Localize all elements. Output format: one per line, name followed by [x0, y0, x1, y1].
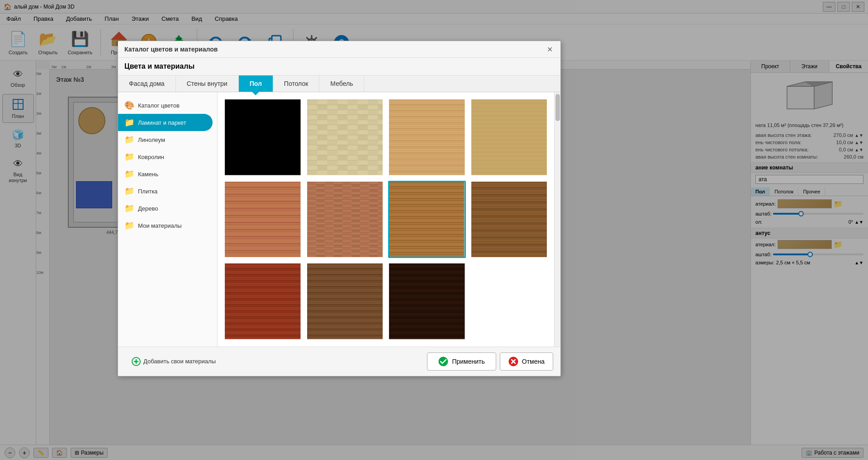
- material-thumb-5[interactable]: [306, 181, 384, 258]
- cat-tile-label: Плитка: [138, 188, 157, 195]
- material-svg-0: [225, 99, 301, 175]
- modal-overlay: Каталог цветов и материалов ✕ Цвета и ма…: [0, 0, 868, 460]
- svg-rect-36: [389, 99, 465, 175]
- cat-carpet[interactable]: 📁 Ковролин: [118, 148, 217, 165]
- cat-stone[interactable]: 📁 Камень: [118, 165, 217, 183]
- material-thumb-2[interactable]: [388, 99, 466, 176]
- material-svg-3: [471, 99, 547, 175]
- material-thumb-0[interactable]: [224, 99, 302, 176]
- modal-action-buttons: Применить Отмена: [427, 352, 553, 371]
- modal-footer: Добавить свои материалы Применить: [118, 347, 560, 376]
- cat-linoleum[interactable]: 📁 Линолеум: [118, 131, 217, 148]
- tile-icon: 📁: [124, 186, 134, 196]
- scroll-thumb[interactable]: [555, 94, 560, 121]
- svg-rect-25: [225, 99, 301, 175]
- cat-color-catalog-label: Каталог цветов: [138, 102, 180, 109]
- material-thumb-7[interactable]: [470, 181, 548, 258]
- modal-scrollbar[interactable]: [554, 92, 560, 347]
- modal-heading: Цвета и материалы: [124, 58, 194, 75]
- material-thumb-3[interactable]: [470, 99, 548, 176]
- material-svg-8: [225, 263, 301, 339]
- material-svg-5: [307, 182, 383, 258]
- tab-walls[interactable]: Стены внутри: [176, 75, 239, 92]
- add-material-label: Добавить свои материалы: [143, 358, 216, 365]
- cat-laminate[interactable]: 📁 Ламинат и паркет: [118, 114, 213, 131]
- material-thumb-10[interactable]: [388, 263, 466, 340]
- tab-furniture[interactable]: Мебель: [319, 75, 364, 92]
- cat-laminate-label: Ламинат и паркет: [138, 119, 186, 126]
- cat-carpet-label: Ковролин: [138, 154, 164, 160]
- material-svg-10: [389, 263, 465, 339]
- material-svg-6: [389, 182, 465, 257]
- color-catalog-icon: 🎨: [124, 100, 134, 110]
- modal-body: 🎨 Каталог цветов 📁 Ламинат и паркет 📁 Ли…: [118, 92, 560, 347]
- material-thumb-1[interactable]: [306, 99, 384, 176]
- apply-button[interactable]: Применить: [427, 352, 496, 371]
- laminate-icon: 📁: [124, 117, 134, 127]
- wood-icon: 📁: [124, 203, 134, 213]
- carpet-icon: 📁: [124, 152, 134, 162]
- tab-ceiling[interactable]: Потолок: [273, 75, 320, 92]
- cat-tile[interactable]: 📁 Плитка: [118, 183, 217, 200]
- modal-title: Каталог цветов и материалов: [124, 46, 218, 53]
- modal-heading-row: Цвета и материалы: [118, 58, 560, 75]
- cat-wood[interactable]: 📁 Дерево: [118, 200, 217, 217]
- svg-rect-40: [471, 99, 547, 175]
- material-svg-7: [471, 182, 547, 258]
- modal-sidebar: 🎨 Каталог цветов 📁 Ламинат и паркет 📁 Ли…: [118, 92, 218, 347]
- svg-rect-45: [225, 182, 301, 258]
- svg-rect-66: [225, 263, 301, 339]
- modal-tabs: Фасад дома Стены внутри Пол Потолок Мебе…: [118, 75, 560, 92]
- modal-header: Каталог цветов и материалов ✕: [118, 41, 560, 58]
- material-svg-4: [225, 182, 301, 258]
- material-thumb-6[interactable]: [388, 181, 466, 258]
- material-svg-2: [389, 99, 465, 175]
- cat-stone-label: Камень: [138, 171, 158, 178]
- cat-my-materials-label: Мои материалы: [138, 222, 182, 229]
- svg-rect-76: [389, 263, 465, 339]
- add-icon: [132, 357, 141, 366]
- stone-icon: 📁: [124, 169, 134, 179]
- svg-rect-71: [307, 263, 383, 339]
- tab-floor[interactable]: Пол: [239, 75, 273, 92]
- cat-color-catalog[interactable]: 🎨 Каталог цветов: [118, 97, 217, 114]
- cancel-icon: [508, 357, 518, 366]
- cancel-label: Отмена: [522, 358, 545, 365]
- svg-rect-31: [307, 99, 383, 175]
- material-thumb-8[interactable]: [224, 263, 302, 340]
- cat-wood-label: Дерево: [138, 205, 158, 212]
- catalog-modal: Каталог цветов и материалов ✕ Цвета и ма…: [118, 41, 561, 376]
- cat-linoleum-label: Линолеум: [138, 136, 165, 143]
- material-svg-1: [307, 99, 383, 175]
- modal-close-button[interactable]: ✕: [545, 45, 554, 54]
- svg-rect-61: [471, 182, 547, 258]
- material-grid-area: [218, 92, 554, 347]
- cancel-button[interactable]: Отмена: [500, 352, 553, 371]
- material-thumb-9[interactable]: [306, 263, 384, 340]
- material-thumb-4[interactable]: [224, 181, 302, 258]
- svg-rect-56: [389, 182, 465, 257]
- svg-rect-51: [307, 182, 383, 258]
- my-materials-icon: 📁: [124, 221, 134, 230]
- apply-icon: [438, 357, 448, 366]
- tab-facade[interactable]: Фасад дома: [118, 75, 176, 92]
- material-svg-9: [307, 263, 383, 339]
- apply-label: Применить: [452, 358, 484, 365]
- add-material-button[interactable]: Добавить свои материалы: [125, 354, 222, 369]
- material-grid: [224, 99, 548, 340]
- cat-my-materials[interactable]: 📁 Мои материалы: [118, 217, 217, 234]
- linoleum-icon: 📁: [124, 135, 134, 145]
